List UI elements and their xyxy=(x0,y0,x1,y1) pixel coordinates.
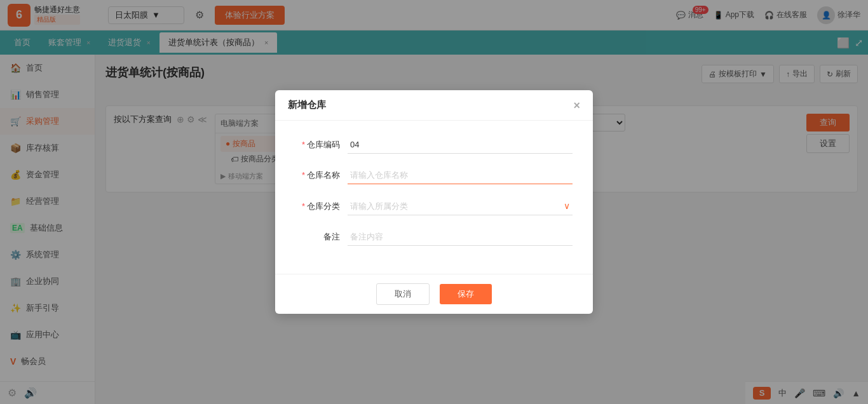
note-label: 备注 xyxy=(295,231,340,243)
form-row-category: 仓库分类 ∨ xyxy=(295,197,573,215)
note-input[interactable] xyxy=(348,228,573,246)
new-warehouse-dialog: 新增仓库 × 仓库编码 仓库名称 仓库分类 ∨ xyxy=(275,90,593,314)
dialog-footer: 取消 保存 xyxy=(275,274,593,314)
category-select-wrapper: ∨ xyxy=(348,197,573,215)
name-label: 仓库名称 xyxy=(295,170,340,181)
form-row-note: 备注 xyxy=(295,228,573,246)
category-label: 仓库分类 xyxy=(295,201,340,212)
save-button[interactable]: 保存 xyxy=(440,284,492,304)
modal-overlay[interactable]: 新增仓库 × 仓库编码 仓库名称 仓库分类 ∨ xyxy=(0,0,868,404)
category-input[interactable] xyxy=(350,201,564,211)
name-input[interactable] xyxy=(348,166,573,184)
code-input[interactable] xyxy=(348,136,573,154)
dialog-body: 仓库编码 仓库名称 仓库分类 ∨ 备注 xyxy=(275,121,593,274)
form-row-name: 仓库名称 xyxy=(295,166,573,184)
category-dropdown-icon[interactable]: ∨ xyxy=(564,201,570,211)
form-row-code: 仓库编码 xyxy=(295,136,573,154)
cancel-button[interactable]: 取消 xyxy=(376,283,430,305)
code-label: 仓库编码 xyxy=(295,139,340,151)
dialog-close-button[interactable]: × xyxy=(573,100,580,111)
dialog-title: 新增仓库 xyxy=(288,99,326,111)
dialog-header: 新增仓库 × xyxy=(275,90,593,121)
